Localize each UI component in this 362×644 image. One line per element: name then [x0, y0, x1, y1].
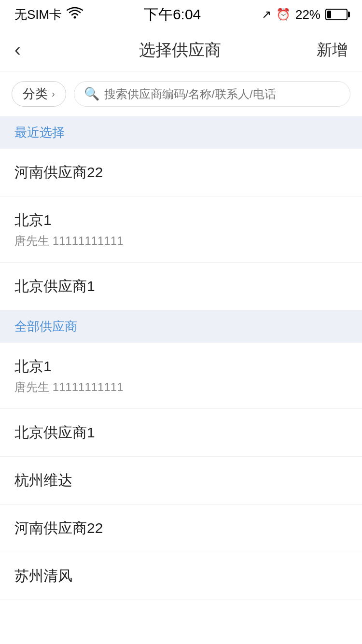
supplier-name: 杭州维达 — [14, 470, 348, 490]
supplier-name: 河南供应商22 — [14, 162, 348, 182]
supplier-name: 北京供应商1 — [14, 276, 348, 296]
status-right: ↗ ⏰ 22% — [262, 7, 348, 22]
status-bar: 无SIM卡 下午6:04 ↗ ⏰ 22% — [0, 0, 362, 29]
add-button[interactable]: 新增 — [317, 40, 348, 61]
filter-bar: 分类 › 🔍 — [0, 71, 362, 116]
recent-items-list: 河南供应商22北京1唐先生 11111111111北京供应商1 — [0, 149, 362, 310]
list-item[interactable]: 北京1唐先生 11111111111 — [0, 343, 362, 409]
supplier-name: 北京1 — [14, 210, 348, 230]
list-item[interactable]: 杭州维达 — [0, 457, 362, 504]
all-section-header: 全部供应商 — [0, 310, 362, 343]
list-item[interactable]: 苏州清风 — [0, 552, 362, 600]
back-button[interactable]: ‹ — [14, 40, 43, 60]
search-input[interactable] — [104, 87, 340, 101]
category-filter-button[interactable]: 分类 › — [12, 81, 66, 107]
time-display: 下午6:04 — [144, 5, 201, 25]
battery-percent: 22% — [295, 7, 320, 22]
search-box[interactable]: 🔍 — [74, 81, 350, 107]
supplier-name: 北京1 — [14, 356, 348, 377]
all-items-list: 北京1唐先生 11111111111北京供应商1杭州维达河南供应商22苏州清风 — [0, 343, 362, 600]
carrier-text: 无SIM卡 — [14, 6, 62, 23]
recent-section-header: 最近选择 — [0, 116, 362, 149]
all-section-label: 全部供应商 — [14, 319, 77, 334]
page-title: 选择供应商 — [139, 39, 221, 61]
svg-point-0 — [74, 16, 76, 18]
supplier-name: 北京供应商1 — [14, 422, 348, 443]
search-icon: 🔍 — [84, 86, 99, 101]
wifi-icon — [67, 7, 83, 23]
alarm-icon: ⏰ — [276, 8, 291, 21]
supplier-name: 河南供应商22 — [14, 518, 348, 538]
battery-indicator — [325, 9, 348, 20]
recent-section-label: 最近选择 — [14, 125, 65, 140]
status-left: 无SIM卡 — [14, 6, 83, 23]
list-item[interactable]: 河南供应商22 — [0, 149, 362, 196]
location-icon: ↗ — [262, 8, 271, 21]
category-label: 分类 — [23, 85, 48, 102]
chevron-right-icon: › — [52, 88, 55, 99]
list-item[interactable]: 北京供应商1 — [0, 263, 362, 310]
list-item[interactable]: 河南供应商22 — [0, 504, 362, 552]
supplier-contact: 唐先生 11111111111 — [14, 233, 348, 249]
supplier-contact: 唐先生 11111111111 — [14, 379, 348, 395]
supplier-name: 苏州清风 — [14, 566, 348, 586]
nav-bar: ‹ 选择供应商 新增 — [0, 29, 362, 71]
list-item[interactable]: 北京1唐先生 11111111111 — [0, 196, 362, 263]
list-item[interactable]: 北京供应商1 — [0, 409, 362, 457]
